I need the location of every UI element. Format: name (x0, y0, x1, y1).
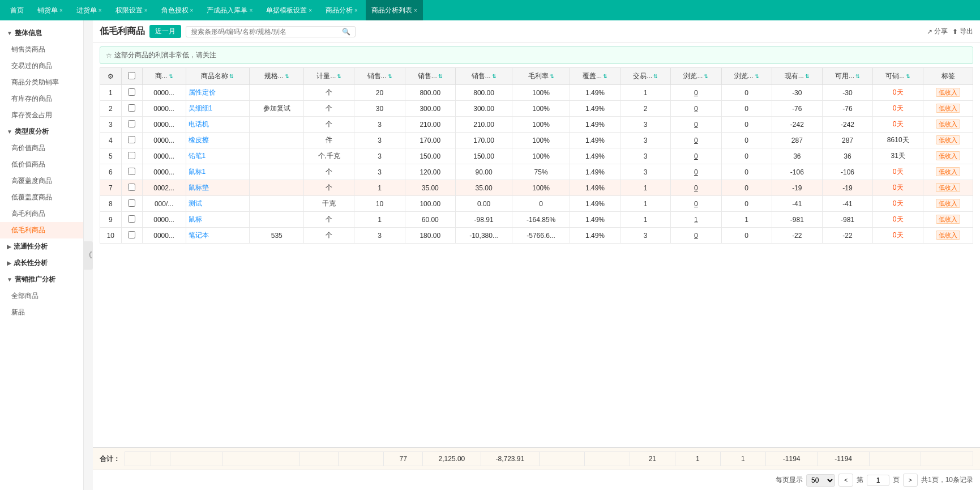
row-name[interactable]: 橡皮擦 (186, 133, 250, 148)
row-name[interactable]: 鼠标垫 (186, 180, 250, 196)
nav-product-storage[interactable]: 产成品入库单 × (201, 0, 258, 20)
nav-close-product-analysis[interactable]: × (354, 7, 358, 14)
col-tag[interactable]: 标签 (923, 68, 973, 85)
col-saleable[interactable]: 可销...⇅ (873, 68, 923, 85)
col-trade[interactable]: 交易...⇅ (620, 68, 671, 85)
sidebar-item-high-gross[interactable]: 高毛利商品 (0, 206, 83, 222)
sidebar-item-low-gross[interactable]: 低毛利商品 (0, 222, 83, 238)
row-check[interactable] (121, 228, 142, 244)
row-view1[interactable]: 0 (671, 148, 721, 164)
col-available[interactable]: 可用...⇅ (822, 68, 872, 85)
row-check[interactable] (121, 180, 142, 196)
row-view1[interactable]: 0 (671, 133, 721, 148)
row-name[interactable]: 鼠标1 (186, 164, 250, 180)
row-view1[interactable]: 1 (671, 212, 721, 228)
row-check[interactable] (121, 212, 142, 228)
row-code: 0000... (142, 164, 186, 180)
nav-close-purchase[interactable]: × (99, 7, 102, 14)
row-check[interactable] (121, 85, 142, 101)
prev-page-button[interactable]: ＜ (838, 474, 853, 487)
row-view1[interactable]: 0 (671, 85, 721, 101)
row-name[interactable]: 电话机 (186, 117, 250, 133)
row-check[interactable] (121, 133, 142, 148)
row-view1[interactable]: 0 (671, 196, 721, 212)
row-view1[interactable]: 0 (671, 101, 721, 117)
col-current[interactable]: 现有...⇅ (772, 68, 822, 85)
col-name[interactable]: 商品名称⇅ (186, 68, 250, 85)
arrow-marketing: ▼ (7, 276, 12, 283)
search-input[interactable] (191, 28, 342, 36)
sidebar-group-circulation[interactable]: ▶ 流通性分析 (0, 238, 83, 255)
row-unit: 个 (304, 228, 354, 244)
sidebar-item-low-value[interactable]: 低价值商品 (0, 156, 83, 173)
nav-product-analysis-list[interactable]: 商品分析列表 × (366, 0, 423, 20)
nav-purchase[interactable]: 进货单 × (71, 0, 108, 20)
row-check[interactable] (121, 164, 142, 180)
sidebar-group-type-analysis[interactable]: ▼ 类型度分析 (0, 123, 83, 140)
nav-close-permission[interactable]: × (144, 7, 148, 14)
page-number-input[interactable] (867, 475, 889, 486)
search-icon[interactable]: 🔍 (342, 28, 350, 36)
row-spec (250, 196, 304, 212)
row-name[interactable]: 笔记本 (186, 228, 250, 244)
sidebar-item-new-products[interactable]: 新品 (0, 304, 83, 321)
row-check[interactable] (121, 196, 142, 212)
arrow-growth: ▶ (7, 260, 11, 266)
col-code[interactable]: 商...⇅ (142, 68, 186, 85)
sidebar-item-traded-products[interactable]: 交易过的商品 (0, 58, 83, 74)
col-unit[interactable]: 计量...⇅ (304, 68, 354, 85)
col-coverage[interactable]: 覆盖...⇅ (570, 68, 620, 85)
sidebar-item-high-coverage[interactable]: 高覆盖度商品 (0, 173, 83, 189)
col-view1[interactable]: 浏览...⇅ (671, 68, 721, 85)
sidebar-collapse-button[interactable]: 《 (84, 241, 93, 270)
nav-close-sales[interactable]: × (59, 7, 63, 14)
row-view1[interactable]: 0 (671, 164, 721, 180)
sidebar-item-low-coverage[interactable]: 低覆盖度商品 (0, 189, 83, 206)
table-container[interactable]: ⚙ 商...⇅ 商品名称⇅ 规格...⇅ 计量...⇅ 销售...⇅ 销售...… (93, 67, 980, 447)
col-sale-amount[interactable]: 销售...⇅ (455, 68, 512, 85)
next-page-button[interactable]: ＞ (903, 474, 918, 487)
row-name[interactable]: 铅笔1 (186, 148, 250, 164)
sidebar-item-sales-products[interactable]: 销售类商品 (0, 41, 83, 58)
nav-close-product-storage[interactable]: × (249, 7, 253, 14)
page-size-select[interactable]: 50 100 200 (806, 474, 835, 487)
row-name[interactable]: 吴细细1 (186, 101, 250, 117)
nav-home[interactable]: 首页 (5, 0, 29, 20)
col-sale-price[interactable]: 销售...⇅ (405, 68, 455, 85)
sidebar-group-marketing[interactable]: ▼ 营销推广分析 (0, 271, 83, 288)
nav-close-template[interactable]: × (309, 7, 312, 14)
sidebar-item-high-value[interactable]: 高价值商品 (0, 140, 83, 156)
row-view1[interactable]: 0 (671, 117, 721, 133)
sidebar-group-overall[interactable]: ▼ 整体信息 (0, 25, 83, 41)
share-button[interactable]: ↗ 分享 (927, 27, 948, 36)
col-sale-qty[interactable]: 销售...⇅ (354, 68, 405, 85)
sidebar-item-all-products[interactable]: 全部商品 (0, 288, 83, 304)
row-view1[interactable]: 0 (671, 228, 721, 244)
nav-close-product-analysis-list[interactable]: × (414, 7, 417, 14)
row-name[interactable]: 鼠标 (186, 212, 250, 228)
nav-permission[interactable]: 权限设置 × (110, 0, 153, 20)
col-view2[interactable]: 浏览...⇅ (721, 68, 772, 85)
col-check[interactable] (121, 68, 142, 85)
row-check[interactable] (121, 117, 142, 133)
row-name[interactable]: 测试 (186, 196, 250, 212)
col-spec[interactable]: 规格...⇅ (250, 68, 304, 85)
row-check[interactable] (121, 148, 142, 164)
row-name[interactable]: 属性定价 (186, 85, 250, 101)
col-settings[interactable]: ⚙ (100, 68, 122, 85)
nav-product-analysis[interactable]: 商品分析 × (320, 0, 363, 20)
nav-close-role[interactable]: × (190, 7, 194, 14)
sidebar-item-category-rate[interactable]: 商品分类助销率 (0, 74, 83, 91)
row-check[interactable] (121, 101, 142, 117)
period-button[interactable]: 近一月 (149, 25, 181, 38)
export-button[interactable]: ⬆ 导出 (952, 27, 973, 36)
col-gross-rate[interactable]: 毛利率⇅ (512, 68, 570, 85)
sidebar-item-in-stock[interactable]: 有库存的商品 (0, 91, 83, 107)
nav-template[interactable]: 单据模板设置 × (260, 0, 318, 20)
select-all-checkbox[interactable] (128, 72, 135, 79)
nav-sales[interactable]: 销货单 × (32, 0, 69, 20)
row-view1[interactable]: 0 (671, 180, 721, 196)
sidebar-group-growth[interactable]: ▶ 成长性分析 (0, 255, 83, 271)
nav-role[interactable]: 角色授权 × (156, 0, 199, 20)
sidebar-item-stock-capital[interactable]: 库存资金占用 (0, 107, 83, 123)
